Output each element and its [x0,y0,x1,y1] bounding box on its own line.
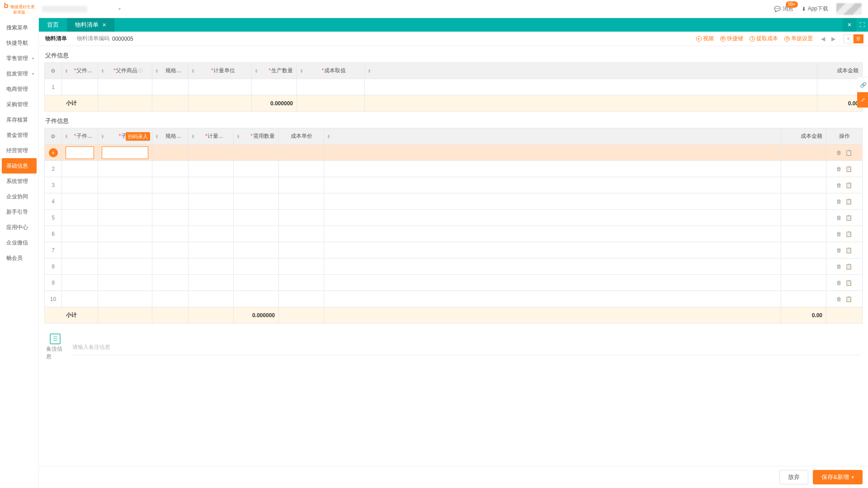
next-doc-button[interactable]: ▶ [830,35,837,43]
tool-video[interactable]: ▸视频 [696,35,714,42]
column-settings-button[interactable]: ⚙ [45,128,62,145]
sidebar-item-电商管理[interactable]: 电商管理 [0,81,38,97]
sidebar-item-新手引导[interactable]: 新手引导 [0,204,38,220]
prev-doc-button[interactable]: ◀ [819,35,827,43]
col-parent-code[interactable]: ▲▼*父件... [62,63,98,79]
child-row[interactable]: 8🗑📋 [45,258,863,275]
remark-input[interactable] [71,339,861,355]
sidebar-item-企业微信[interactable]: 企业微信 [0,235,38,250]
col-child-amount[interactable]: 成本金额 [781,128,826,145]
tab-close-all[interactable]: ✕ [843,18,856,32]
child-code-input[interactable] [66,146,94,159]
sidebar-item-批发管理[interactable]: 批发管理▾ [0,66,38,81]
view-toggle: ≡ ☰ [844,34,863,43]
delete-row-button[interactable]: 🗑 [836,215,842,221]
copy-row-button[interactable]: 📋 [845,215,852,221]
col-parent-amount[interactable]: 成本金额 [817,63,863,79]
col-child-unit[interactable]: ▲▼*计量... [189,128,234,145]
messages-button[interactable]: 💬 消息 99+ [774,5,793,13]
delete-row-button[interactable]: 🗑 [836,280,842,286]
sidebar-item-零售管理[interactable]: 零售管理▾ [0,51,38,66]
col-child-product[interactable]: ▲▼*子件商扫码录入 [98,128,152,145]
child-row[interactable]: 2🗑📋 [45,161,863,177]
copy-row-button[interactable]: 📋 [845,247,852,253]
tool-extract-cost[interactable]: ↧提取成本 [750,35,778,42]
shop-selector[interactable]: ▾ [38,2,124,16]
col-parent-qty[interactable]: ▲▼*生产数量 [252,63,297,79]
parent-table: ⚙ ▲▼*父件... ▲▼*父件商品ⓘ ▲▼规格... ▲▼*计量单位 ▲▼*生… [44,62,863,112]
child-row[interactable]: 3🗑📋 [45,177,863,193]
col-child-spec[interactable]: ▲▼规格... [152,128,189,145]
view-detail-button[interactable]: ☰ [854,34,863,43]
gear-icon: ⚙ [784,36,790,42]
copy-row-button[interactable]: 📋 [845,296,852,302]
delete-row-button[interactable]: 🗑 [836,166,842,172]
user-avatar[interactable] [836,3,862,15]
copy-row-button[interactable]: 📋 [845,166,852,172]
copy-row-button[interactable]: 📋 [845,182,852,188]
tab-home[interactable]: 首页 [39,18,67,32]
scan-input-chip[interactable]: 扫码录入 [126,132,150,141]
child-row[interactable]: 4🗑📋 [45,193,863,210]
child-subtotal-row: 小计0.0000000.00 [45,307,863,324]
col-child-price[interactable]: 成本单价 [279,128,324,145]
copy-row-button[interactable]: 📋 [845,231,852,237]
column-settings-button[interactable]: ⚙ [45,63,62,79]
col-parent-costsrc[interactable]: ▲▼*成本取值 [297,63,365,79]
delete-row-button[interactable]: 🗑 [836,247,842,253]
parent-row[interactable]: 1 [45,79,863,95]
copy-row-button[interactable]: 📋 [845,263,852,270]
col-child-code[interactable]: ▲▼*子件... [62,128,98,145]
expand-button[interactable]: ⤢ [857,92,868,108]
copy-row-button[interactable]: 📋 [845,150,852,156]
attachment-button[interactable]: 🔗 [857,77,868,92]
sidebar-item-资金管理[interactable]: 资金管理 [0,127,38,143]
add-row-button[interactable]: + [49,148,58,157]
copy-row-button[interactable]: 📋 [845,198,852,205]
col-parent-unit[interactable]: ▲▼*计量单位 [189,63,252,79]
sidebar-item-企业协同[interactable]: 企业协同 [0,189,38,204]
sidebar-item-系统管理[interactable]: 系统管理 [0,174,38,189]
expand-icon: ⤢ [861,97,865,103]
subtab-bom[interactable]: 物料清单 [39,32,73,46]
delete-row-button[interactable]: 🗑 [836,198,842,205]
child-row[interactable]: 7🗑📋 [45,242,863,258]
delete-row-button[interactable]: 🗑 [836,182,842,188]
col-child-qty[interactable]: ▲▼*需用数量 [234,128,279,145]
topbar: b 畅捷通好生意 标准版 ▾ 💬 消息 99+ ⬇ App下载 [0,0,868,18]
tool-hotkey[interactable]: ⌘快捷键 [720,35,743,42]
save-and-new-button[interactable]: 保存&新增▾ [813,470,863,484]
child-row[interactable]: +🗑📋 [45,145,863,161]
help-icon: ⓘ [138,68,143,73]
fullscreen-icon[interactable]: ⛶ [856,18,868,32]
sidebar-item-快捷导航[interactable]: 快捷导航 [0,35,38,51]
delete-row-button[interactable]: 🗑 [836,296,842,302]
tool-doc-setting[interactable]: ⚙单据设置 [784,35,813,42]
child-row[interactable]: 10🗑📋 [45,291,863,307]
col-parent-product[interactable]: ▲▼*父件商品ⓘ [98,63,152,79]
download-icon: ⬇ [802,6,806,12]
sidebar-item-畅会员[interactable]: 畅会员 [0,250,38,266]
delete-row-button[interactable]: 🗑 [836,231,842,237]
child-row[interactable]: 9🗑📋 [45,275,863,291]
sidebar-item-应用中心[interactable]: 应用中心 [0,220,38,235]
sidebar-item-库存核算[interactable]: 库存核算 [0,112,38,127]
tab-bom[interactable]: 物料清单 ✕ [67,18,114,32]
copy-row-button[interactable]: 📋 [845,280,852,286]
col-parent-blank: ▲▼ [365,63,817,79]
sidebar-item-搜索菜单[interactable]: 搜索菜单 [0,20,38,35]
sidebar-item-经营管理[interactable]: 经营管理 [0,143,38,158]
right-float-bar: 🔗 ⤢ [857,77,868,108]
sidebar-item-基础信息[interactable]: 基础信息 [2,158,37,174]
delete-row-button[interactable]: 🗑 [836,263,842,270]
sidebar-item-采购管理[interactable]: 采购管理 [0,97,38,112]
view-list-button[interactable]: ≡ [844,34,854,43]
app-download-button[interactable]: ⬇ App下载 [802,5,828,13]
child-product-input[interactable] [102,146,148,159]
delete-row-button[interactable]: 🗑 [836,150,842,156]
child-row[interactable]: 6🗑📋 [45,226,863,242]
child-row[interactable]: 5🗑📋 [45,210,863,226]
close-icon[interactable]: ✕ [102,22,106,28]
discard-button[interactable]: 放弃 [779,470,808,484]
col-parent-spec[interactable]: ▲▼规格... [152,63,189,79]
